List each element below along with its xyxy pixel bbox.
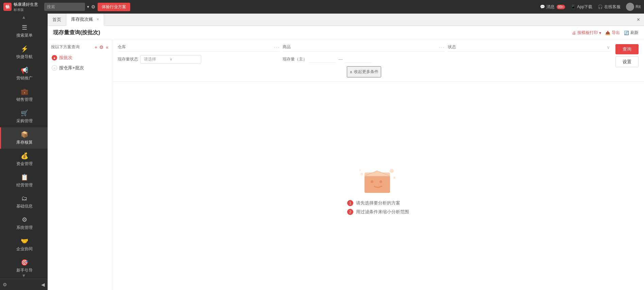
inventory-qty-to-input[interactable] [345, 56, 372, 63]
page-header: 现存量查询(按批次) 🖨 按模板打印 ▾ 📤 导出 🔄 刷新 [48, 26, 644, 40]
inventory-status-label: 现存量状态 [118, 56, 138, 62]
refresh-button[interactable]: 🔄 刷新 [624, 30, 639, 36]
sidebar-label-purchase: 采购管理 [16, 118, 33, 124]
tab-batch-account-close[interactable]: × [97, 17, 99, 22]
warehouse-batch-label: 按仓库+批次 [59, 65, 84, 71]
warehouse-more-icon[interactable]: ··· [274, 44, 280, 50]
logo-area: 畅 畅康通好生意 标准版 [3, 2, 38, 12]
panel-close-button[interactable]: × [635, 15, 641, 24]
sidebar-label-operations: 经营管理 [16, 182, 33, 188]
warehouse-label: 仓库 [118, 44, 126, 50]
logo-icon: 畅 [3, 3, 12, 11]
tab-bar: 首页 库存批次账 × × [48, 14, 644, 26]
sidebar-item-basic-info[interactable]: 🗂 基础信息 [0, 192, 48, 213]
refresh-label: 刷新 [630, 30, 639, 36]
panel-settings-icon[interactable]: ⚙ [99, 44, 104, 50]
filter-row-1-container: 仓库 ··· 商品 ··· [118, 44, 639, 77]
marketing-icon: 📢 [21, 67, 28, 74]
header-left: 畅 畅康通好生意 标准版 搜索 ▾ ⚙ 体验行业方案 [3, 2, 130, 12]
tip-1-num: 1 [347, 200, 353, 206]
user-name: Rit [635, 4, 641, 9]
svg-point-2 [371, 180, 373, 183]
trial-button[interactable]: 体验行业方案 [98, 3, 130, 11]
sidebar-label-inventory: 库存核算 [16, 140, 33, 145]
filter-top-row: 仓库 ··· 商品 ··· [118, 44, 610, 52]
sidebar-settings-button[interactable]: ⚙ [3, 282, 7, 287]
export-button[interactable]: 📤 导出 [605, 30, 620, 36]
online-service-label: 在线客服 [604, 4, 621, 10]
panel-add-icon[interactable]: + [95, 44, 97, 50]
svg-rect-1 [365, 176, 390, 193]
logo-text: 畅康通好生意 [14, 2, 38, 7]
empty-illustration [358, 157, 399, 195]
sidebar-scroll-down[interactable]: ▼ [0, 272, 48, 279]
header-right: 💬 消息 99+ 📱 App下载 🎧 在线客服 Rit [540, 3, 641, 11]
inventory-icon: 📦 [21, 131, 28, 138]
panel-header-label: 按以下方案查询 [51, 44, 80, 50]
sidebar-collapse-button[interactable]: ◀ [41, 282, 45, 287]
export-label: 导出 [612, 30, 620, 36]
search-placeholder: 搜索 [47, 4, 55, 10]
content-area: 首页 库存批次账 × × 现存量查询(按批次) 🖨 按模板打印 ▾ [48, 14, 644, 290]
sidebar-scroll-area: ☰ 搜索菜单 ⚡ 快捷导航 📢 营销推广 💼 销售管理 🛒 采购管理 📦 库 [0, 20, 48, 272]
action-buttons-column: 查询 设置 [615, 44, 639, 67]
tip-1-text: 请先选择要分析的方案 [356, 200, 400, 206]
query-button[interactable]: 查询 [615, 44, 639, 54]
finance-icon: 💰 [21, 152, 28, 160]
sidebar-item-operations[interactable]: 📋 经营管理 [0, 170, 48, 192]
purchase-icon: 🛒 [21, 109, 28, 117]
empty-tip-1: 1 请先选择要分析的方案 [347, 200, 409, 206]
app-download-action[interactable]: 📱 App下载 [571, 4, 592, 10]
print-template-button[interactable]: 🖨 按模板打印 ▾ [572, 30, 601, 36]
sidebar-label-marketing: 营销推广 [16, 75, 33, 81]
tab-home-label: 首页 [52, 17, 61, 23]
sidebar-item-purchase[interactable]: 🛒 采购管理 [0, 106, 48, 127]
panel-collapse-icon[interactable]: « [106, 44, 108, 50]
inventory-status-group: 现存量状态 请选择 ∨ [118, 55, 280, 64]
print-template-label: 按模板打印 [577, 30, 598, 36]
panel-header: 按以下方案查询 + ⚙ « [48, 43, 112, 53]
sidebar-item-system[interactable]: ⚙ 系统管理 [0, 213, 48, 234]
panel-item-batch[interactable]: ● 按批次 [48, 53, 112, 63]
tip-2-text: 用过滤条件来缩小分析范围 [356, 209, 409, 215]
sidebar-item-quick-nav[interactable]: ⚡ 快捷导航 [0, 42, 48, 63]
svg-point-5 [390, 169, 394, 173]
sidebar-item-enterprise-collab[interactable]: 🤝 企业协同 [0, 234, 48, 255]
product-more-icon[interactable]: ··· [439, 44, 445, 50]
product-filter-group: 商品 ··· [283, 44, 445, 52]
sidebar-scroll-up[interactable]: ▲ [0, 14, 48, 20]
settings-button[interactable]: 设置 [615, 56, 639, 67]
messages-action[interactable]: 💬 消息 99+ [540, 4, 565, 10]
right-panel: 仓库 ··· 商品 ··· [112, 40, 644, 290]
sidebar-item-sales[interactable]: 💼 销售管理 [0, 85, 48, 106]
operations-icon: 📋 [21, 174, 28, 181]
header-gear-button[interactable]: ⚙ [91, 4, 96, 10]
sidebar-item-search-menu[interactable]: ☰ 搜索菜单 [0, 20, 48, 42]
empty-svg [358, 157, 399, 195]
header-dropdown-button[interactable]: ▾ [87, 4, 89, 9]
inventory-status-placeholder: 请选择 [144, 56, 156, 62]
inventory-qty-from-input[interactable] [309, 56, 336, 63]
user-area[interactable]: Rit [626, 3, 641, 11]
logo-sub: 标准版 [14, 7, 38, 12]
status-arrow-icon[interactable]: ∨ [607, 44, 610, 50]
collapse-button[interactable]: ∧ 收起更多条件 [347, 66, 381, 77]
svg-point-3 [379, 180, 382, 183]
sidebar-item-inventory[interactable]: 📦 库存核算 [0, 127, 48, 149]
headset-icon: 🎧 [598, 4, 603, 9]
top-header: 畅 畅康通好生意 标准版 搜索 ▾ ⚙ 体验行业方案 💬 消息 99+ 📱 Ap… [0, 0, 644, 14]
page-actions: 🖨 按模板打印 ▾ 📤 导出 🔄 刷新 [572, 30, 639, 36]
sidebar-bottom: ⚙ ◀ [0, 279, 48, 290]
collapse-up-icon: ∧ [350, 70, 353, 74]
collapse-row: ∧ 收起更多条件 [118, 66, 610, 77]
panel-item-warehouse-batch[interactable]: ○ 按仓库+批次 [48, 63, 112, 73]
page-title: 现存量查询(按批次) [53, 29, 100, 36]
warehouse-batch-dot: ○ [52, 65, 57, 71]
sidebar-item-marketing[interactable]: 📢 营销推广 [0, 63, 48, 85]
tab-batch-account[interactable]: 库存批次账 × [66, 14, 104, 26]
inventory-status-select[interactable]: 请选择 ∨ [140, 55, 201, 64]
online-service-action[interactable]: 🎧 在线客服 [598, 4, 621, 10]
sidebar-item-new-user[interactable]: 🎯 新手引导 [0, 255, 48, 272]
sidebar-item-finance[interactable]: 💰 资金管理 [0, 149, 48, 170]
tab-home[interactable]: 首页 [48, 14, 66, 26]
